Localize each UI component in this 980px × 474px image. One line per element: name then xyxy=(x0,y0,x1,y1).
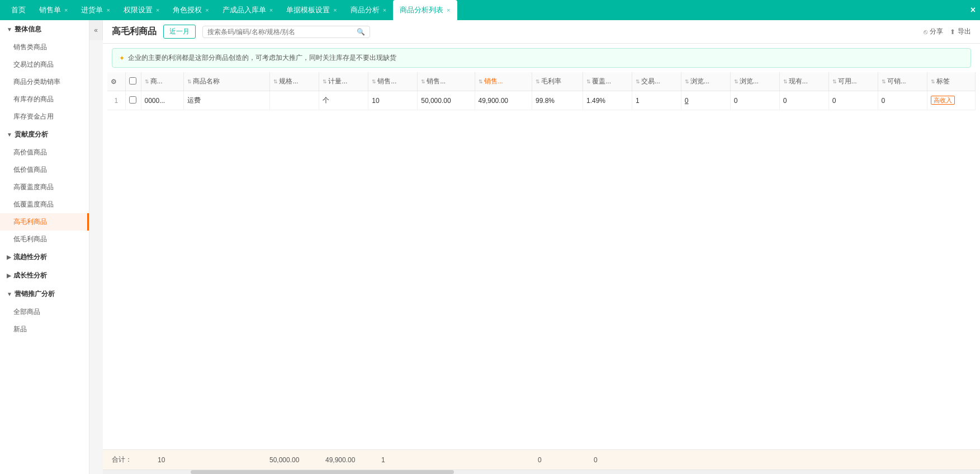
header-actions: ⎋ 分享 ⬆ 导出 xyxy=(924,27,971,36)
row-gross-rate: 99.8% xyxy=(532,91,583,110)
scrollbar-thumb[interactable] xyxy=(191,470,454,474)
footer-values: 10 50,000.00 49,900.00 1 0 0 xyxy=(154,456,646,464)
share-button[interactable]: ⎋ 分享 xyxy=(924,27,943,36)
row-transactions: 1 xyxy=(632,91,681,110)
select-all-checkbox[interactable] xyxy=(129,77,136,85)
tab-home[interactable]: 首页 xyxy=(4,0,32,20)
col-browse2[interactable]: ⇅浏览... xyxy=(730,72,779,91)
sidebar-group-marketing[interactable]: ▼ 营销推广分析 xyxy=(0,285,89,303)
row-checkbox xyxy=(125,91,141,110)
footer-current-stock: 0 xyxy=(534,456,590,464)
row-browse2: 0 xyxy=(730,91,779,110)
row-current-stock: 0 xyxy=(779,91,828,110)
sidebar-group-trend[interactable]: ▶ 流趋性分析 xyxy=(0,248,89,266)
row-name[interactable]: 运费 xyxy=(184,91,270,110)
tab-role[interactable]: 角色授权 × xyxy=(166,0,215,20)
row-browse1[interactable]: 0 xyxy=(681,91,730,110)
sidebar-group-contribution[interactable]: ▼ 贡献度分析 xyxy=(0,125,89,144)
tab-close-permission[interactable]: × xyxy=(156,7,159,13)
tab-close-goods-analysis[interactable]: × xyxy=(383,7,386,13)
col-sales-cost[interactable]: ⇅销售... xyxy=(475,72,532,91)
col-sales-amount[interactable]: ⇅销售... xyxy=(418,72,475,91)
tab-close-sales[interactable]: × xyxy=(64,7,68,13)
tab-product-stock[interactable]: 产成品入库单 × xyxy=(216,0,280,20)
row-spec xyxy=(270,91,319,110)
sidebar-group-growth[interactable]: ▶ 成长性分析 xyxy=(0,266,89,285)
tab-goods-analysis[interactable]: 商品分析 × xyxy=(344,0,393,20)
footer-transactions: 1 xyxy=(378,456,534,464)
col-tag[interactable]: ⇅标签 xyxy=(927,72,975,91)
row-select-checkbox[interactable] xyxy=(129,96,136,104)
sidebar-item-stock-goods[interactable]: 有库存的商品 xyxy=(0,91,89,108)
sidebar-item-low-coverage[interactable]: 低覆盖度商品 xyxy=(0,196,89,213)
row-sales-cost: 49,900.00 xyxy=(475,91,532,110)
tab-template[interactable]: 单据模板设置 × xyxy=(280,0,343,20)
sidebar-item-high-margin[interactable]: 高毛利商品 xyxy=(0,213,89,231)
row-coverage: 1.49% xyxy=(583,91,632,110)
col-browse1[interactable]: ⇅浏览... xyxy=(681,72,730,91)
sidebar-collapse-button[interactable]: « xyxy=(89,20,103,40)
sidebar-item-low-value[interactable]: 低价值商品 xyxy=(0,161,89,179)
sidebar-item-all-goods[interactable]: 全部商品 xyxy=(0,303,89,321)
tag-badge: 高收入 xyxy=(931,96,955,105)
tab-goods-analysis-list[interactable]: 商品分析列表 × xyxy=(393,0,457,20)
sidebar-item-high-value[interactable]: 高价值商品 xyxy=(0,144,89,161)
col-unit[interactable]: ⇅计量... xyxy=(319,72,368,91)
main-layout: ▼ 整体信息 销售类商品 交易过的商品 商品分类助销率 有库存的商品 库存资金占… xyxy=(0,20,980,474)
col-settings[interactable]: ⚙ xyxy=(107,72,125,91)
sidebar-item-high-coverage[interactable]: 高覆盖度商品 xyxy=(0,179,89,196)
search-input[interactable] xyxy=(207,28,357,36)
table-header-row: ⚙ ⇅商... ⇅商品名称 ⇅规格... ⇅计量... ⇅销售... ⇅销售..… xyxy=(107,72,976,91)
col-spec[interactable]: ⇅规格... xyxy=(270,72,319,91)
search-icon[interactable]: 🔍 xyxy=(357,28,365,36)
data-table: ⚙ ⇅商... ⇅商品名称 ⇅规格... ⇅计量... ⇅销售... ⇅销售..… xyxy=(107,72,976,110)
sidebar: ▼ 整体信息 销售类商品 交易过的商品 商品分类助销率 有库存的商品 库存资金占… xyxy=(0,20,89,474)
sidebar-item-stock-capital[interactable]: 库存资金占用 xyxy=(0,108,89,125)
tab-sales[interactable]: 销售单 × xyxy=(32,0,74,20)
tab-close-purchase[interactable]: × xyxy=(106,7,110,13)
tab-close-product-stock[interactable]: × xyxy=(269,7,273,13)
sidebar-item-traded-goods[interactable]: 交易过的商品 xyxy=(0,56,89,73)
export-icon: ⬆ xyxy=(950,28,955,36)
footer-label: 合计： xyxy=(112,455,132,464)
sidebar-item-category-rate[interactable]: 商品分类助销率 xyxy=(0,73,89,91)
tab-permission[interactable]: 权限设置 × xyxy=(117,0,166,20)
group-arrow-overall: ▼ xyxy=(7,26,12,32)
tab-close-goods-analysis-list[interactable]: × xyxy=(447,7,450,13)
col-name[interactable]: ⇅商品名称 xyxy=(184,72,270,91)
col-gross-rate[interactable]: ⇅毛利率 xyxy=(532,72,583,91)
tab-close-template[interactable]: × xyxy=(333,7,337,13)
tab-purchase[interactable]: 进货单 × xyxy=(74,0,116,20)
table-container: ⚙ ⇅商... ⇅商品名称 ⇅规格... ⇅计量... ⇅销售... ⇅销售..… xyxy=(103,72,980,449)
top-navigation: 首页 销售单 × 进货单 × 权限设置 × 角色授权 × 产成品入库单 × 单据… xyxy=(0,0,980,20)
footer-sales-qty: 10 xyxy=(154,456,266,464)
horizontal-scrollbar[interactable] xyxy=(103,470,980,474)
row-index: 1 xyxy=(107,91,125,110)
row-sales-qty: 10 xyxy=(368,91,418,110)
col-transactions[interactable]: ⇅交易... xyxy=(632,72,681,91)
row-available-stock: 0 xyxy=(828,91,878,110)
col-checkbox xyxy=(125,72,141,91)
group-arrow-contribution: ▼ xyxy=(7,132,12,138)
col-sellable-stock[interactable]: ⇅可销... xyxy=(878,72,927,91)
footer-sales-amount: 50,000.00 xyxy=(266,456,322,464)
group-arrow-trend: ▶ xyxy=(7,254,11,260)
sidebar-item-low-margin[interactable]: 低毛利商品 xyxy=(0,231,89,248)
sidebar-item-sales-goods[interactable]: 销售类商品 xyxy=(0,39,89,56)
col-current-stock[interactable]: ⇅现有... xyxy=(779,72,828,91)
time-filter-button[interactable]: 近一月 xyxy=(163,25,196,39)
export-button[interactable]: ⬆ 导出 xyxy=(950,27,971,36)
row-code: 0000... xyxy=(141,91,184,110)
window-close-button[interactable]: × xyxy=(970,5,976,15)
info-banner: ✦ 企业的主要的利润都是这部分商品创造的，可考虑加大推广，同时关注库存是不要出现… xyxy=(112,48,971,68)
col-available-stock[interactable]: ⇅可用... xyxy=(828,72,878,91)
col-coverage[interactable]: ⇅覆盖... xyxy=(583,72,632,91)
row-sellable-stock: 0 xyxy=(878,91,927,110)
tab-close-role[interactable]: × xyxy=(205,7,209,13)
col-sales-qty[interactable]: ⇅销售... xyxy=(368,72,418,91)
footer-available-stock: 0 xyxy=(590,456,646,464)
sidebar-item-new-goods[interactable]: 新品 xyxy=(0,321,89,338)
search-box: 🔍 xyxy=(202,26,370,38)
col-code[interactable]: ⇅商... xyxy=(141,72,184,91)
sidebar-group-overall[interactable]: ▼ 整体信息 xyxy=(0,20,89,39)
